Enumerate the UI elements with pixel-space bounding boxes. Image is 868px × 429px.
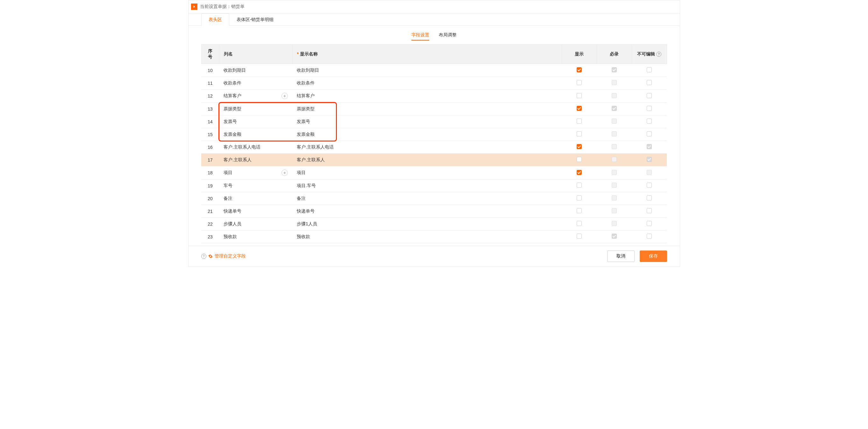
checkbox-required xyxy=(612,182,617,188)
checkbox-locked[interactable] xyxy=(647,93,652,98)
cell-locked xyxy=(632,128,667,141)
cell-seq: 19 xyxy=(201,179,219,192)
cell-display[interactable]: 快递单号 xyxy=(292,205,562,218)
cell-required xyxy=(597,90,632,103)
cell-required xyxy=(597,141,632,154)
cell-seq: 23 xyxy=(201,230,219,243)
cell-display[interactable]: 票据类型 xyxy=(292,103,562,115)
cell-required xyxy=(597,115,632,128)
checkbox-locked[interactable] xyxy=(647,221,652,226)
checkbox-show[interactable] xyxy=(577,67,582,73)
checkbox-locked[interactable] xyxy=(647,234,652,239)
cell-name: 发票金额 xyxy=(219,128,292,141)
checkbox-locked[interactable] xyxy=(647,80,652,85)
checkbox-locked[interactable] xyxy=(647,106,652,111)
cell-seq: 10 xyxy=(201,64,219,77)
cell-show xyxy=(562,179,597,192)
add-sub-field-button[interactable] xyxy=(281,170,288,176)
cell-display[interactable]: 发票金额 xyxy=(292,128,562,141)
checkbox-required xyxy=(612,131,617,136)
cell-display[interactable]: 客户.主联系人 xyxy=(292,154,562,166)
cell-name: 项目 xyxy=(219,166,292,179)
table-row: 19车号项目.车号 xyxy=(201,179,667,192)
checkbox-locked[interactable] xyxy=(647,131,652,136)
cell-required xyxy=(597,179,632,192)
cell-show xyxy=(562,218,597,230)
checkbox-show[interactable] xyxy=(577,208,582,213)
cell-display[interactable]: 收款到期日 xyxy=(292,64,562,77)
cell-name: 快递单号 xyxy=(219,205,292,218)
cell-display[interactable]: 备注 xyxy=(292,192,562,205)
add-sub-field-button[interactable] xyxy=(281,93,288,99)
footer: ? 管理自定义字段 取消 保存 xyxy=(188,246,680,266)
checkbox-show[interactable] xyxy=(577,93,582,98)
subtab-layout-adjust[interactable]: 布局调整 xyxy=(439,30,457,40)
cell-required xyxy=(597,218,632,230)
cell-display[interactable]: 客户.主联系人电话 xyxy=(292,141,562,154)
cell-locked xyxy=(632,77,667,90)
checkbox-show[interactable] xyxy=(577,119,582,124)
cell-locked xyxy=(632,154,667,166)
save-button[interactable]: 保存 xyxy=(640,251,667,262)
cell-name: 收款条件 xyxy=(219,77,292,90)
cell-display[interactable]: 结算客户 xyxy=(292,90,562,103)
expand-sidebar-button[interactable] xyxy=(191,3,197,10)
table-row: 12结算客户结算客户 xyxy=(201,90,667,103)
cell-display[interactable]: 发票号 xyxy=(292,115,562,128)
table-row: 18项目项目 xyxy=(201,166,667,179)
cell-display[interactable]: 预收款 xyxy=(292,230,562,243)
checkbox-locked[interactable] xyxy=(647,195,652,200)
checkbox-show[interactable] xyxy=(577,170,582,175)
subtab-field-settings[interactable]: 字段设置 xyxy=(411,30,429,40)
checkbox-show[interactable] xyxy=(577,221,582,226)
cell-display[interactable]: 收款条件 xyxy=(292,77,562,90)
cell-show xyxy=(562,141,597,154)
cell-name: 客户.主联系人电话 xyxy=(219,141,292,154)
checkbox-required xyxy=(612,67,617,73)
cell-display[interactable]: 项目 xyxy=(292,166,562,179)
th-display: *显示名称 xyxy=(292,45,562,64)
checkbox-locked xyxy=(647,170,652,175)
cell-required xyxy=(597,128,632,141)
cell-seq: 13 xyxy=(201,103,219,115)
checkbox-show[interactable] xyxy=(577,106,582,111)
cell-show xyxy=(562,90,597,103)
cell-seq: 17 xyxy=(201,154,219,166)
checkbox-show[interactable] xyxy=(577,157,582,162)
checkbox-show[interactable] xyxy=(577,182,582,188)
tab-body-area[interactable]: 表体区-销货单明细 xyxy=(229,13,281,26)
cell-display[interactable]: 项目.车号 xyxy=(292,179,562,192)
help-icon[interactable]: ? xyxy=(656,52,661,57)
current-doc-label: 当前设置单据：销货单 xyxy=(200,4,245,9)
cell-seq: 12 xyxy=(201,90,219,103)
checkbox-locked[interactable] xyxy=(647,182,652,188)
table-row: 14发票号发票号 xyxy=(201,115,667,128)
cell-seq: 16 xyxy=(201,141,219,154)
cell-show xyxy=(562,103,597,115)
checkbox-locked xyxy=(647,144,652,149)
help-icon: ? xyxy=(201,254,206,259)
checkbox-show[interactable] xyxy=(577,144,582,149)
manage-custom-fields-link[interactable]: ? 管理自定义字段 xyxy=(201,253,246,259)
checkbox-locked[interactable] xyxy=(647,119,652,124)
checkbox-show[interactable] xyxy=(577,80,582,85)
top-bar: 当前设置单据：销货单 xyxy=(188,0,680,13)
cell-show xyxy=(562,64,597,77)
cell-locked xyxy=(632,103,667,115)
cell-required xyxy=(597,230,632,243)
cell-seq: 20 xyxy=(201,192,219,205)
checkbox-required xyxy=(612,144,617,149)
checkbox-show[interactable] xyxy=(577,131,582,136)
checkbox-locked[interactable] xyxy=(647,208,652,213)
cancel-button[interactable]: 取消 xyxy=(607,251,634,262)
checkbox-show[interactable] xyxy=(577,234,582,239)
cell-required xyxy=(597,64,632,77)
checkbox-show[interactable] xyxy=(577,195,582,200)
fields-table: 序号 列名 *显示名称 显示 必录 不可编辑? 10收款到期日收款到期日11收款… xyxy=(201,44,667,243)
main-tabs: 表头区 表体区-销货单明细 xyxy=(188,13,680,26)
cell-display[interactable]: 步骤1人员 xyxy=(292,218,562,230)
cell-seq: 11 xyxy=(201,77,219,90)
cell-seq: 14 xyxy=(201,115,219,128)
checkbox-locked[interactable] xyxy=(647,67,652,73)
tab-header-area[interactable]: 表头区 xyxy=(201,13,229,26)
